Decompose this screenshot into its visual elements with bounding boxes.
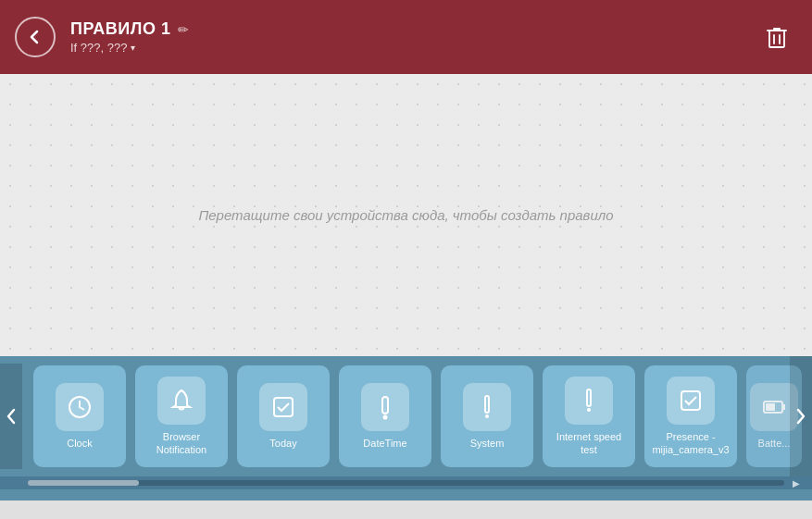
rule-subtitle: If ???, ???	[70, 41, 127, 55]
drag-hint: Перетащите свои устройства сюда, чтобы с…	[198, 207, 613, 223]
scrollbar-track[interactable]	[28, 480, 784, 486]
bell-icon	[157, 377, 206, 425]
system-icon	[463, 383, 511, 431]
presence-icon	[667, 377, 715, 425]
scrollbar-thumb[interactable]	[28, 480, 139, 486]
device-card-today[interactable]: Today	[237, 365, 330, 467]
device-label-browser-notification: BrowserNotification	[156, 430, 206, 457]
device-label-datetime: DateTime	[363, 437, 406, 450]
main-content: Перетащите свои устройства сюда, чтобы с…	[0, 74, 812, 356]
svg-point-10	[587, 408, 591, 412]
devices-scroll-area: Clock BrowserNotification	[0, 356, 812, 476]
device-card-datetime[interactable]: DateTime	[339, 365, 431, 467]
checkbox-icon	[259, 383, 307, 431]
device-card-clock[interactable]: Clock	[33, 365, 126, 467]
header: ПРАВИЛО 1 ✏ If ???, ??? ▾	[0, 0, 812, 74]
devices-list: Clock BrowserNotification	[22, 365, 812, 467]
scrollbar-right-arrow-icon[interactable]: ▶	[788, 476, 805, 489]
device-card-presence-mijia[interactable]: Presence -mijia_camera_v3	[644, 365, 737, 467]
svg-point-6	[383, 414, 388, 419]
svg-rect-13	[766, 403, 775, 411]
header-title-area: ПРАВИЛО 1 ✏ If ???, ??? ▾	[70, 19, 756, 55]
svg-rect-7	[485, 396, 489, 413]
scrollbar-area: ▶	[0, 476, 812, 489]
rule-subtitle-row: If ???, ??? ▾	[70, 41, 756, 55]
svg-rect-4	[274, 398, 293, 416]
clock-icon	[56, 383, 104, 431]
device-card-system[interactable]: System	[441, 365, 533, 467]
rule-title: ПРАВИЛО 1	[70, 19, 170, 39]
device-label-today: Today	[269, 437, 296, 450]
bottom-panel: Clock BrowserNotification	[0, 356, 812, 500]
device-label-internet-speed-test: Internet speedtest	[556, 430, 621, 457]
prev-button[interactable]	[0, 364, 22, 469]
back-button[interactable]	[15, 17, 56, 57]
device-label-battery: Batte...	[758, 437, 791, 450]
svg-rect-5	[382, 397, 388, 414]
device-label-presence-mijia: Presence -mijia_camera_v3	[652, 430, 729, 457]
svg-rect-0	[769, 31, 784, 47]
next-button[interactable]	[790, 356, 812, 476]
svg-rect-11	[681, 391, 700, 410]
svg-rect-9	[587, 389, 591, 406]
device-card-browser-notification[interactable]: BrowserNotification	[135, 365, 228, 467]
svg-point-8	[485, 414, 489, 418]
device-card-internet-speed-test[interactable]: Internet speedtest	[543, 365, 635, 467]
rule-title-row: ПРАВИЛО 1 ✏	[70, 19, 756, 39]
edit-icon[interactable]: ✏	[178, 22, 189, 37]
device-label-clock: Clock	[67, 437, 93, 450]
speedtest-icon	[565, 377, 613, 425]
chevron-down-icon[interactable]: ▾	[131, 43, 135, 53]
device-label-system: System	[470, 437, 505, 450]
datetime-icon	[361, 383, 409, 431]
delete-button[interactable]	[756, 17, 797, 57]
